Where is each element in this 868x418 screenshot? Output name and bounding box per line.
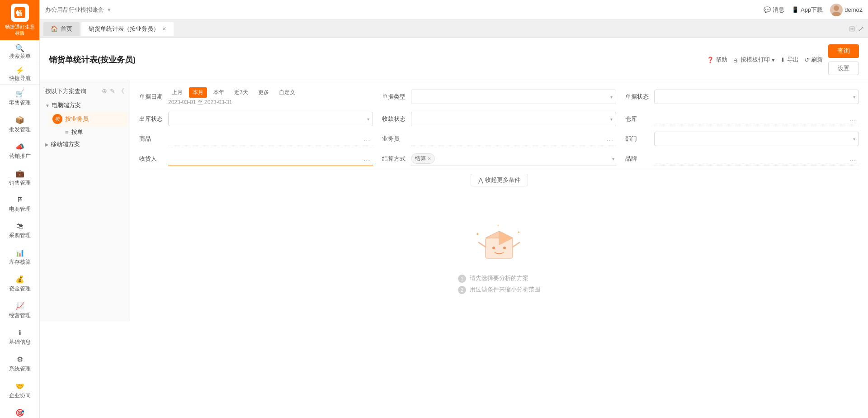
sidebar-item-企业协同[interactable]: 🤝企业协同 <box>7 377 33 404</box>
query-button[interactable]: 查询 <box>828 44 859 58</box>
sidebar-item-库存核算[interactable]: 📊库存核算 <box>7 244 33 271</box>
recipient-dots-icon[interactable]: … <box>363 155 370 163</box>
salesperson-dots-icon[interactable]: … <box>606 135 613 143</box>
filter-outstatus-select[interactable] <box>168 112 373 126</box>
filter-docstatus-select[interactable] <box>654 90 859 104</box>
tab-fullscreen-icon[interactable]: ⤢ <box>858 24 864 34</box>
page-actions: ❓ 帮助 🖨 按模板打印 ▾ ⬇ 导出 ↺ 刷新 查询 <box>707 44 859 75</box>
download-icon: 📱 <box>792 6 799 13</box>
refresh-button[interactable]: ↺ 刷新 <box>804 56 823 64</box>
sidebar-label-11: 企业协同 <box>9 392 31 399</box>
filter-settlement-item: 结算方式 结算 × ▾ <box>382 152 616 166</box>
date-more[interactable]: 更多 <box>255 87 273 98</box>
app-download-button[interactable]: 📱 App下载 <box>792 6 823 14</box>
avatar <box>830 4 843 16</box>
tree-item-salesperson[interactable]: 按 按业务员 <box>49 112 128 126</box>
filter-department-control: ▾ <box>654 132 859 146</box>
settings-button[interactable]: 设置 <box>828 62 859 75</box>
filter-salesperson-label: 业务员 <box>382 135 407 143</box>
svg-line-10 <box>513 242 519 247</box>
settlement-tag-close[interactable]: × <box>428 156 431 162</box>
filter-settlement-label: 结算方式 <box>382 155 407 163</box>
right-content: 单据日期 上月 本月 本年 近7天 更多 自定义 20 <box>130 80 868 321</box>
tree-item-by-order[interactable]: ≡ 按单 <box>61 126 128 138</box>
main-area: 办公用品行业模拟账套 ▾ 💬 消息 📱 App下载 demo2 🏠 首页 <box>40 0 868 418</box>
tree-mobile-expand-icon: ▶ <box>45 142 49 147</box>
tree-sub-icon: ≡ <box>65 129 69 136</box>
filter-recipient-input[interactable] <box>168 152 373 166</box>
page-title: 销货单统计表(按业务员) <box>49 54 136 65</box>
filter-settlement-control: 结算 × ▾ <box>411 152 616 166</box>
svg-text:✦: ✦ <box>497 224 500 227</box>
filter-docstatus-label: 单据状态 <box>625 93 651 101</box>
sidebar-item-基础信息[interactable]: ℹ基础信息 <box>7 324 33 351</box>
sidebar-item-电商管理[interactable]: 🖥电商管理 <box>7 191 33 218</box>
sidebar-item-经营管理[interactable]: 📈经营管理 <box>7 297 33 324</box>
filter-brand-input[interactable] <box>654 152 859 166</box>
doctype-arrow-icon: ▾ <box>610 95 613 100</box>
date-7days[interactable]: 近7天 <box>231 87 252 98</box>
sidebar-item-资金管理[interactable]: 💰资金管理 <box>7 271 33 297</box>
sidebar-icon-7: 💰 <box>15 275 24 284</box>
date-this-year[interactable]: 本年 <box>210 87 228 98</box>
product-dots-icon[interactable]: … <box>363 135 370 143</box>
help-button[interactable]: ❓ 帮助 <box>707 56 727 64</box>
sidebar-label-9: 基础信息 <box>9 338 31 346</box>
tab-expand-icon[interactable]: ⊞ <box>849 24 855 33</box>
sidebar-item-新手引导[interactable]: 🎯新手引导 <box>7 404 33 418</box>
empty-illustration: ✦ ✦ ✦ <box>472 220 526 265</box>
edit-scheme-icon[interactable]: ✎ <box>110 87 115 95</box>
sidebar-item-批发管理[interactable]: 📦批发管理 <box>7 111 33 138</box>
date-filter: 上月 本月 本年 近7天 更多 自定义 <box>168 87 373 98</box>
print-icon: 🖨 <box>733 57 739 63</box>
template-print-button[interactable]: 🖨 按模板打印 ▾ <box>733 56 775 64</box>
sidebar-items-container: 🛒零售管理📦批发管理📣营销推广💼销售管理🖥电商管理🛍采购管理📊库存核算💰资金管理… <box>7 85 33 418</box>
message-button[interactable]: 💬 消息 <box>764 6 784 14</box>
sidebar-item-采购管理[interactable]: 🛍采购管理 <box>7 218 33 244</box>
date-custom[interactable]: 自定义 <box>275 87 299 98</box>
filter-docstatus-item: 单据状态 ▾ <box>625 87 859 106</box>
receiptstatus-arrow-icon: ▾ <box>610 117 613 122</box>
sidebar-item-系统管理[interactable]: ⚙系统管理 <box>7 351 33 377</box>
date-this-month[interactable]: 本月 <box>189 87 207 98</box>
svg-line-9 <box>479 242 486 247</box>
settlement-tag: 结算 × <box>411 153 435 164</box>
left-panel: 按以下方案查询 ⊕ ✎ 《 ▼ 电脑端方案 按 按业 <box>40 80 130 321</box>
tab-close-icon[interactable]: ✕ <box>162 26 166 32</box>
filter-salesperson-input[interactable] <box>411 132 616 146</box>
brand-dots-icon[interactable]: … <box>849 155 856 163</box>
filter-warehouse-input[interactable] <box>654 112 859 126</box>
topbar-dropdown-icon[interactable]: ▾ <box>108 6 111 13</box>
department-arrow-icon: ▾ <box>853 137 855 142</box>
filter-product-input[interactable] <box>168 132 373 146</box>
sidebar-icon-6: 📊 <box>15 248 24 257</box>
tab-sales-stats[interactable]: 销货单统计表（按业务员） ✕ <box>81 22 174 36</box>
left-panel-header: 按以下方案查询 ⊕ ✎ 《 <box>40 84 130 99</box>
sidebar-search-item[interactable]: 🔍 搜索菜单 <box>0 40 39 64</box>
tree-desktop-item[interactable]: ▼ 电脑端方案 <box>42 99 128 112</box>
filter-brand-item: 品牌 … <box>625 152 859 166</box>
date-last-month[interactable]: 上月 <box>168 87 186 98</box>
sidebar-logo[interactable]: 畅 畅捷通好生意 标版 <box>0 0 39 40</box>
filter-recipient-item: 收货人 … <box>139 152 373 166</box>
sidebar-label-0: 零售管理 <box>9 99 31 107</box>
sidebar-item-销售管理[interactable]: 💼销售管理 <box>7 165 33 191</box>
warehouse-dots-icon[interactable]: … <box>849 115 856 123</box>
sidebar-item-零售管理[interactable]: 🛒零售管理 <box>7 85 33 111</box>
filter-receiptstatus-select[interactable] <box>411 112 616 126</box>
query-actions: 查询 设置 <box>828 44 859 75</box>
export-button[interactable]: ⬇ 导出 <box>780 56 799 64</box>
filter-panel: 单据日期 上月 本月 本年 近7天 更多 自定义 20 <box>130 80 868 193</box>
sidebar-quick-nav[interactable]: ⚡ 快捷导航 <box>0 64 39 85</box>
tab-home[interactable]: 🏠 首页 <box>43 22 80 36</box>
svg-text:✦: ✦ <box>517 230 520 234</box>
collapse-button[interactable]: ⋀ 收起更多条件 <box>471 174 528 186</box>
user-menu[interactable]: demo2 <box>830 4 863 16</box>
tree-mobile-item[interactable]: ▶ 移动端方案 <box>42 138 128 151</box>
empty-step-1: 1 请先选择要分析的方案 <box>458 274 540 283</box>
sidebar-item-营销推广[interactable]: 📣营销推广 <box>7 138 33 165</box>
collapse-panel-icon[interactable]: 《 <box>118 87 124 95</box>
filter-department-select[interactable] <box>654 132 859 146</box>
add-scheme-icon[interactable]: ⊕ <box>102 87 107 95</box>
filter-doctype-select[interactable] <box>411 90 616 104</box>
